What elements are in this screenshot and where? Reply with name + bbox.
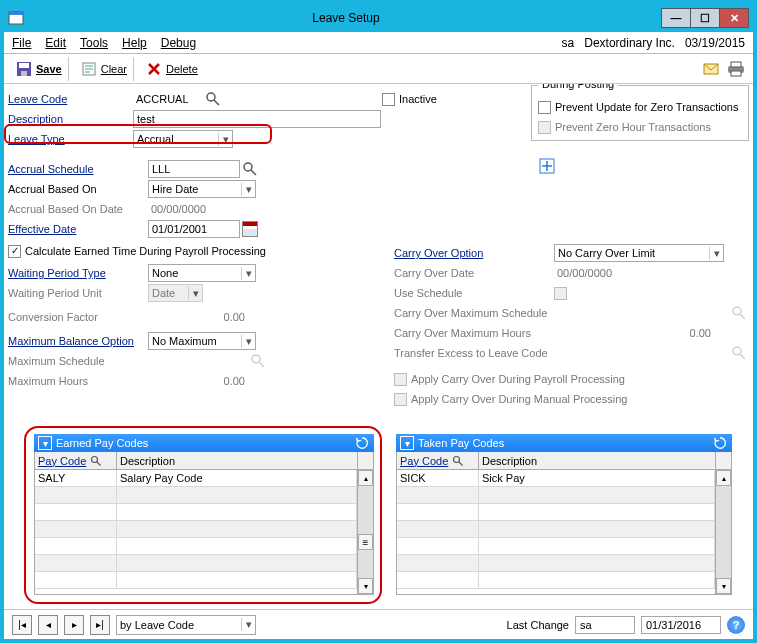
svg-rect-1 (9, 12, 23, 15)
svg-rect-4 (21, 71, 27, 76)
scroll-down-icon[interactable]: ▾ (716, 578, 731, 594)
prevent-update-zero-checkbox[interactable] (538, 101, 551, 114)
scroll-up-icon[interactable]: ▴ (358, 470, 373, 486)
delete-icon (146, 61, 162, 77)
table-row[interactable]: SALYSalary Pay Code (35, 470, 357, 487)
collapse-icon[interactable]: ▾ (400, 436, 414, 450)
lookup-icon[interactable] (452, 455, 464, 467)
nav-next-button[interactable]: ▸ (64, 615, 84, 635)
expand-icon[interactable] (539, 158, 555, 174)
label-co-max-schedule: Carry Over Maximum Schedule (394, 307, 554, 319)
grid-header: ▾ Earned Pay Codes (34, 434, 374, 452)
col-description[interactable]: Description (120, 455, 175, 467)
nav-last-button[interactable]: ▸| (90, 615, 110, 635)
label-leave-code[interactable]: Leave Code (8, 93, 133, 105)
max-balance-combo[interactable]: No Maximum▾ (148, 332, 256, 350)
during-posting-group: During Posting Prevent Update for Zero T… (531, 85, 749, 141)
table-row[interactable] (35, 538, 357, 555)
menu-file[interactable]: File (12, 36, 31, 50)
menu-debug[interactable]: Debug (161, 36, 196, 50)
calc-earned-label: Calculate Earned Time During Payroll Pro… (25, 245, 266, 257)
use-schedule-checkbox (554, 287, 567, 300)
label-accrual-schedule[interactable]: Accrual Schedule (8, 163, 148, 175)
save-button[interactable]: Save (10, 57, 69, 81)
lookup-icon[interactable] (242, 161, 258, 177)
scrollbar[interactable]: ▴ ▾ (715, 470, 731, 594)
scroll-down-icon[interactable]: ▾ (358, 578, 373, 594)
mail-icon[interactable] (703, 61, 719, 77)
label-max-balance[interactable]: Maximum Balance Option (8, 335, 148, 347)
maximize-button[interactable]: ☐ (690, 8, 720, 28)
accrual-schedule-input[interactable] (148, 160, 240, 178)
chevron-down-icon: ▾ (218, 133, 232, 146)
current-date: 03/19/2015 (685, 36, 745, 50)
calc-earned-checkbox[interactable]: ✓ (8, 245, 21, 258)
lookup-icon[interactable] (90, 455, 102, 467)
prevent-zero-hour-checkbox (538, 121, 551, 134)
svg-point-11 (244, 163, 252, 171)
print-icon[interactable] (725, 61, 747, 77)
waiting-period-type-combo[interactable]: None▾ (148, 264, 256, 282)
description-input[interactable] (133, 110, 381, 128)
label-description[interactable]: Description (8, 113, 133, 125)
calendar-icon[interactable] (242, 221, 258, 237)
table-row[interactable] (35, 555, 357, 572)
earned-pay-codes-grid: ▾ Earned Pay Codes Pay Code Description … (34, 434, 374, 595)
leave-code-value[interactable]: ACCRUAL (133, 93, 203, 105)
table-row[interactable]: SICKSick Pay (397, 470, 715, 487)
chevron-down-icon: ▾ (241, 183, 255, 196)
nav-prev-button[interactable]: ◂ (38, 615, 58, 635)
col-description[interactable]: Description (482, 455, 537, 467)
scroll-up-icon[interactable]: ▴ (716, 470, 731, 486)
svg-rect-3 (19, 63, 29, 68)
table-row[interactable] (397, 572, 715, 589)
col-paycode[interactable]: Pay Code (400, 455, 448, 467)
table-row[interactable] (35, 504, 357, 521)
accrual-based-on-combo[interactable]: Hire Date▾ (148, 180, 256, 198)
table-row[interactable] (397, 538, 715, 555)
label-leave-type[interactable]: Leave Type (8, 133, 133, 145)
lookup-icon[interactable] (205, 91, 221, 107)
table-row[interactable] (397, 555, 715, 572)
effective-date-input[interactable] (148, 220, 240, 238)
chevron-down-icon: ▾ (241, 335, 255, 348)
col-paycode[interactable]: Pay Code (38, 455, 86, 467)
chevron-down-icon: ▾ (709, 247, 723, 260)
refresh-icon[interactable] (712, 436, 728, 450)
clear-button[interactable]: Clear (75, 57, 134, 81)
table-row[interactable] (397, 487, 715, 504)
collapse-icon[interactable]: ▾ (38, 436, 52, 450)
menu-edit[interactable]: Edit (45, 36, 66, 50)
scrollbar[interactable]: ▴ ≡ ▾ (357, 470, 373, 594)
chevron-down-icon: ▾ (188, 287, 202, 300)
delete-button[interactable]: Delete (140, 57, 204, 81)
minimize-button[interactable]: — (661, 8, 691, 28)
menu-help[interactable]: Help (122, 36, 147, 50)
table-row[interactable] (35, 487, 357, 504)
sort-by-combo[interactable]: by Leave Code▾ (116, 615, 256, 635)
close-button[interactable]: ✕ (719, 8, 749, 28)
label-carry-over-option[interactable]: Carry Over Option (394, 247, 554, 259)
menu-tools[interactable]: Tools (80, 36, 108, 50)
refresh-icon[interactable] (354, 436, 370, 450)
table-row[interactable] (397, 504, 715, 521)
leave-type-combo[interactable]: Accrual▾ (133, 130, 233, 148)
apply-co-manual-checkbox (394, 393, 407, 406)
label-waiting-period-type[interactable]: Waiting Period Type (8, 267, 148, 279)
inactive-checkbox[interactable] (382, 93, 395, 106)
help-icon[interactable]: ? (727, 616, 745, 634)
carry-over-option-combo[interactable]: No Carry Over Limit▾ (554, 244, 724, 262)
label-effective-date[interactable]: Effective Date (8, 223, 148, 235)
label-conversion-factor: Conversion Factor (8, 311, 148, 323)
menubar: File Edit Tools Help Debug sa Dextordina… (4, 32, 753, 54)
label-waiting-period-unit: Waiting Period Unit (8, 287, 148, 299)
table-row[interactable] (397, 521, 715, 538)
save-icon (16, 61, 32, 77)
nav-first-button[interactable]: |◂ (12, 615, 32, 635)
svg-point-13 (733, 307, 741, 315)
table-row[interactable] (35, 521, 357, 538)
max-hours-value: 0.00 (148, 375, 248, 387)
table-row[interactable] (35, 572, 357, 589)
label-co-max-hours: Carry Over Maximum Hours (394, 327, 554, 339)
app-icon (8, 10, 24, 26)
